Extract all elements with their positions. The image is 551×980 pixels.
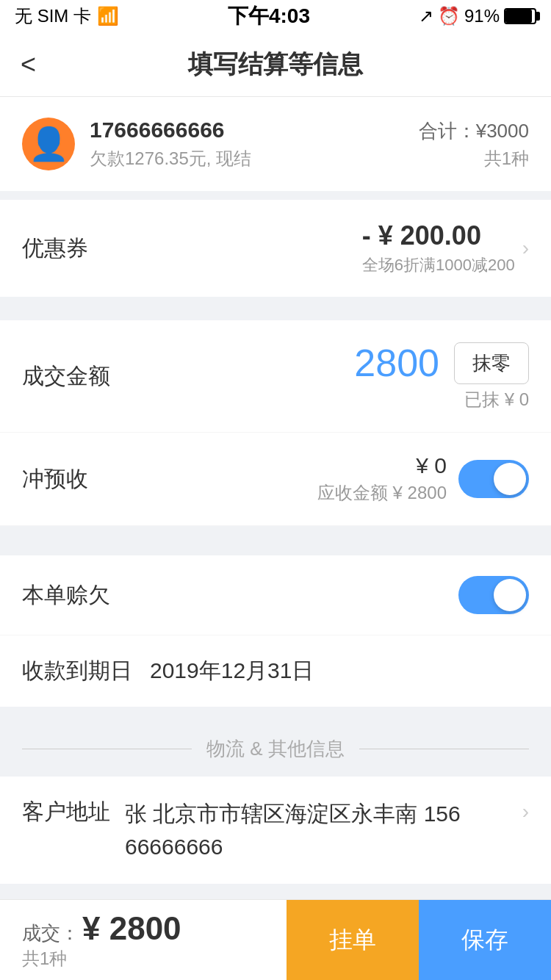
deal-value-right: 2800 抹零	[354, 341, 529, 385]
round-button[interactable]: 抹零	[454, 342, 529, 384]
user-section: 👤 17666666666 欠款1276.35元, 现结 合计：¥3000 共1…	[0, 97, 551, 191]
back-button[interactable]: <	[21, 49, 36, 80]
chevron-right-icon: ›	[522, 237, 529, 260]
date-label: 收款到期日	[22, 656, 132, 686]
alarm-icon: ⏰	[438, 6, 460, 26]
location-icon: ↗	[419, 6, 433, 26]
chong-sub: 应收金额 ¥ 2800	[317, 481, 447, 505]
address-section: 客户地址 张 北京市市辖区海淀区永丰南 156 66666666 ›	[0, 777, 551, 884]
status-bar: 无 SIM 卡 📶 下午4:03 ↗ ⏰ 91%	[0, 0, 551, 32]
address-chevron-icon: ›	[522, 797, 529, 824]
bottom-bar: 成交： ¥ 2800 共1种 挂单 保存	[0, 899, 551, 980]
avatar-icon: 👤	[29, 125, 69, 163]
coupon-section[interactable]: 优惠券 - ¥ 200.00 全场6折满1000减200 ›	[0, 200, 551, 297]
chong-amount-block: ¥ 0 应收金额 ¥ 2800	[317, 453, 447, 505]
bottom-count: 共1种	[22, 947, 264, 970]
wifi-icon: 📶	[97, 6, 119, 26]
benshu-toggle-knob	[494, 579, 526, 611]
logistics-line-right	[359, 749, 529, 749]
address-value: 张 北京市市辖区海淀区永丰南 156 66666666	[125, 797, 515, 863]
avatar: 👤	[22, 118, 75, 170]
benshu-label: 本单赊欠	[22, 580, 110, 610]
battery-text: 91%	[464, 6, 500, 26]
total-label: 合计：¥3000	[419, 118, 529, 144]
nav-bar: < 填写结算等信息	[0, 32, 551, 97]
date-value: 2019年12月31日	[150, 656, 314, 686]
user-info: 17666666666 欠款1276.35元, 现结	[90, 118, 251, 170]
chong-row: 冲预收 ¥ 0 应收金额 ¥ 2800	[0, 433, 551, 526]
status-left: 无 SIM 卡 📶	[15, 4, 119, 28]
toggle-knob	[494, 463, 526, 495]
save-button[interactable]: 保存	[419, 900, 551, 981]
status-right: ↗ ⏰ 91%	[419, 6, 536, 26]
user-phone: 17666666666	[90, 118, 251, 143]
section-gap-3	[0, 707, 551, 721]
total-count: 共1种	[419, 147, 529, 170]
user-right: 合计：¥3000 共1种	[419, 118, 529, 170]
bottom-left: 成交： ¥ 2800 共1种	[0, 910, 287, 970]
logistics-line-left	[22, 749, 192, 749]
coupon-label: 优惠券	[22, 234, 88, 264]
deal-amount: 2800	[354, 341, 439, 385]
benshu-row: 本单赊欠	[0, 555, 551, 635]
benshu-toggle[interactable]	[458, 576, 529, 614]
status-time: 下午4:03	[228, 2, 310, 30]
bottom-amount: ¥ 2800	[82, 910, 181, 947]
page-title: 填写结算等信息	[188, 48, 363, 82]
battery-icon	[504, 8, 536, 24]
chong-toggle[interactable]	[458, 460, 529, 498]
logistics-header: 物流 & 其他信息	[0, 721, 551, 777]
coupon-right: - ¥ 200.00 全场6折满1000减200 ›	[362, 220, 529, 276]
chong-label: 冲预收	[22, 464, 88, 494]
content: 👤 17666666666 欠款1276.35元, 现结 合计：¥3000 共1…	[0, 97, 551, 980]
user-left: 👤 17666666666 欠款1276.35元, 现结	[22, 118, 251, 170]
user-debt: 欠款1276.35元, 现结	[90, 147, 251, 170]
coupon-desc: 全场6折满1000减200	[362, 254, 515, 276]
form-section-1: 成交金额 2800 抹零 已抹 ¥ 0 冲预收 ¥ 0 应收金额 ¥ 2800	[0, 320, 551, 526]
no-sim-text: 无 SIM 卡	[15, 4, 91, 28]
coupon-amount: - ¥ 200.00	[362, 220, 515, 251]
chong-right: ¥ 0 应收金额 ¥ 2800	[317, 453, 529, 505]
section-2: 本单赊欠 收款到期日 2019年12月31日	[0, 555, 551, 707]
logistics-text: 物流 & 其他信息	[206, 736, 345, 762]
address-row[interactable]: 客户地址 张 北京市市辖区海淀区永丰南 156 66666666 ›	[0, 777, 551, 884]
deal-label: 成交金额	[22, 361, 110, 392]
section-gap-1	[0, 306, 551, 320]
bottom-deal-label: 成交：	[22, 920, 79, 946]
hang-button[interactable]: 挂单	[287, 900, 419, 981]
chong-amount: ¥ 0	[317, 453, 447, 478]
deal-row: 成交金额 2800 抹零 已抹 ¥ 0	[0, 320, 551, 433]
section-gap-2	[0, 526, 551, 541]
date-row: 收款到期日 2019年12月31日	[0, 635, 551, 707]
address-label: 客户地址	[22, 797, 110, 827]
deal-sub: 已抹 ¥ 0	[354, 388, 529, 411]
